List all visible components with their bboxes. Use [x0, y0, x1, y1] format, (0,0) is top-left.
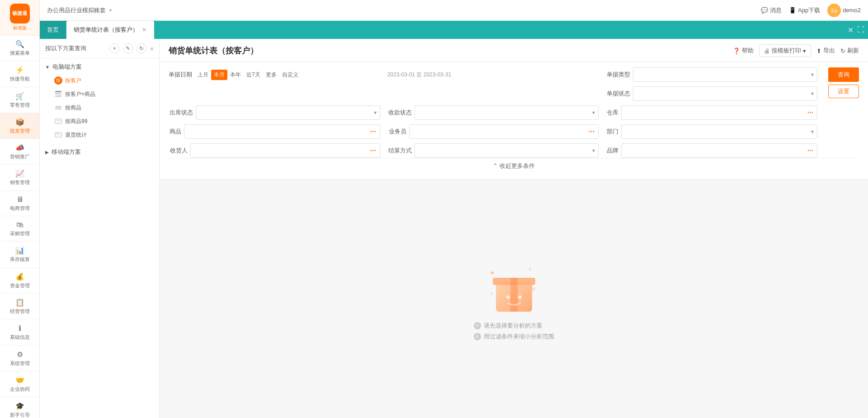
date-btn-7days[interactable]: 近7天 — [244, 70, 263, 80]
sidebar-item-search[interactable]: 🔍 搜索菜单 — [0, 35, 39, 61]
refresh-plan-btn[interactable]: ↻ — [137, 43, 146, 53]
out-status-select[interactable] — [196, 105, 380, 120]
sidebar-item-newbie[interactable]: 🎓 新手引导 — [0, 397, 39, 418]
svg-point-18 — [490, 292, 493, 295]
sidebar-item-inventory[interactable]: 📊 库存核算 — [0, 242, 39, 267]
hint-num-2: ② — [474, 333, 481, 340]
plan-return-stats[interactable]: 退货统计 — [51, 128, 159, 142]
voucher-status-select[interactable] — [633, 86, 817, 101]
empty-hints: ① 请先选择要分析的方案 ② 用过滤条件来缩小分析范围 — [474, 322, 554, 341]
mobile-section-header[interactable]: ▶ 移动端方案 — [40, 145, 159, 159]
plan-icon-4 — [54, 131, 62, 139]
staff-input[interactable]: ··· — [409, 124, 599, 139]
svg-text:✦: ✦ — [489, 269, 495, 277]
svg-rect-4 — [55, 107, 61, 108]
goods-label: 商品 — [169, 128, 181, 136]
page-header: 销货单统计表（按客户） ❓ 帮助 🖨 按模板打印 ▾ ⬆ 导出 — [160, 39, 868, 62]
help-icon: ❓ — [733, 48, 740, 54]
out-status-label: 出库状态 — [169, 109, 193, 117]
sidebar-item-operation[interactable]: 📋 经营管理 — [0, 294, 39, 319]
goods-dots-icon: ··· — [370, 128, 376, 136]
receive-status-select[interactable] — [415, 105, 599, 120]
export-btn[interactable]: ⬆ 导出 — [816, 47, 835, 55]
hint-text-1: 请先选择要分析的方案 — [484, 322, 542, 330]
tab-sales-report[interactable]: 销货单统计表（按客户） ✕ — [66, 21, 154, 39]
system-icon: ⚙ — [17, 350, 23, 359]
goods-input[interactable]: ··· — [184, 124, 380, 139]
message-label: 消息 — [770, 6, 782, 14]
plan-by-customer[interactable]: 按 按客户 — [51, 74, 159, 87]
sidebar-item-wholesale[interactable]: 📦 批发管理 — [0, 113, 39, 139]
dept-label: 部门 — [606, 128, 618, 136]
refresh-icon: ↻ — [139, 45, 144, 52]
date-filter-group: 上月 本月 本年 近7天 更多 自定义 — [195, 70, 380, 80]
sidebar-item-sales[interactable]: 📈 销售管理 — [0, 165, 39, 190]
account-dropdown-icon[interactable]: ▾ — [109, 8, 112, 13]
sidebar-item-label: 快捷导航 — [10, 76, 30, 82]
topbar: 办公用品行业模拟账套 ▾ 💬 消息 📱 App下载 Ea demo2 — [40, 0, 868, 21]
svg-rect-1 — [55, 93, 61, 95]
date-btn-this-month[interactable]: 本月 — [211, 70, 227, 80]
date-btn-more[interactable]: 更多 — [263, 70, 279, 80]
sidebar-item-quicknav[interactable]: ⚡ 快捷导航 — [0, 61, 39, 87]
settings-button[interactable]: 设置 — [828, 85, 859, 98]
warehouse-input[interactable]: ··· — [621, 105, 817, 120]
tab-home-label: 首页 — [47, 26, 59, 34]
sidebar-item-baseinfo[interactable]: ℹ 基础信息 — [0, 319, 39, 345]
sidebar-item-system[interactable]: ⚙ 系统管理 — [0, 346, 39, 371]
svg-rect-14 — [510, 278, 518, 312]
voucher-type-select-wrap: ▾ — [633, 67, 817, 82]
plan-by-customer-goods[interactable]: 按客户+商品 — [51, 87, 159, 101]
recipient-input[interactable]: ··· — [190, 143, 380, 158]
template-print-btn[interactable]: 🖨 按模板打印 ▾ — [759, 44, 811, 57]
print-icon: 🖨 — [764, 48, 770, 54]
pc-section-header[interactable]: ▼ 电脑端方案 — [40, 60, 159, 74]
sidebar-item-label: 基础信息 — [10, 334, 30, 340]
svg-rect-3 — [55, 106, 61, 107]
tab-home[interactable]: 首页 — [40, 21, 66, 39]
collapse-more-btn[interactable]: ⌃ 收起更多条件 — [169, 158, 859, 174]
plan-by-goods-99[interactable]: 按商品99 — [51, 114, 159, 128]
date-btn-custom[interactable]: 自定义 — [279, 70, 301, 80]
tab-maximize-area: ✕ ⛶ — [848, 26, 864, 34]
purchase-icon: 🛍 — [16, 221, 24, 229]
page-title: 销货单统计表（按客户） — [169, 45, 258, 56]
refresh-btn[interactable]: ↻ 刷新 — [840, 47, 859, 55]
add-icon: + — [113, 45, 116, 52]
brand-input[interactable]: ··· — [621, 143, 817, 158]
collapse-panel-btn[interactable]: « — [150, 45, 154, 52]
settle-label: 结算方式 — [387, 147, 412, 155]
plan-by-goods[interactable]: 按商品 — [51, 101, 159, 114]
voucher-type-select[interactable] — [633, 67, 817, 82]
sidebar-item-ecommerce[interactable]: 🖥 电商管理 — [0, 191, 39, 216]
sidebar-item-retail[interactable]: 🛒 零售管理 — [0, 87, 39, 113]
date-btn-last-month[interactable]: 上月 — [195, 70, 211, 80]
edit-plan-btn[interactable]: ✎ — [123, 43, 133, 53]
add-plan-btn[interactable]: + — [109, 43, 119, 53]
settle-select[interactable] — [415, 143, 599, 158]
operation-icon: 📋 — [15, 298, 24, 307]
out-status-cell: 出库状态 ▾ — [169, 105, 380, 120]
svg-rect-0 — [55, 91, 61, 92]
tab-close-icon[interactable]: ✕ — [142, 27, 146, 33]
staff-dots-icon: ··· — [589, 128, 594, 136]
dept-select[interactable] — [621, 124, 817, 139]
date-btn-this-year[interactable]: 本年 — [227, 70, 244, 80]
svg-point-19 — [506, 295, 510, 299]
content-area: 按以下方案查询 + ✎ ↻ « ▼ 电 — [40, 39, 868, 418]
user-profile-btn[interactable]: Ea demo2 — [827, 4, 861, 17]
close-window-icon[interactable]: ✕ — [848, 26, 854, 34]
maximize-icon[interactable]: ⛶ — [857, 26, 864, 34]
sidebar-item-collab[interactable]: 🤝 企业协同 — [0, 371, 39, 397]
receive-status-label: 收款状态 — [387, 109, 412, 117]
sidebar-item-marketing[interactable]: 📣 营销推广 — [0, 139, 39, 165]
plan-icon-3 — [54, 117, 62, 125]
sales-icon: 📈 — [15, 169, 24, 178]
message-btn[interactable]: 💬 消息 — [761, 6, 782, 14]
warehouse-cell: 仓库 ··· — [606, 105, 817, 120]
app-download-btn[interactable]: 📱 App下载 — [789, 6, 820, 14]
sidebar-item-purchase[interactable]: 🛍 采购管理 — [0, 216, 39, 242]
sidebar-item-finance[interactable]: 💰 资金管理 — [0, 268, 39, 294]
help-btn[interactable]: ❓ 帮助 — [733, 47, 754, 55]
query-button[interactable]: 查询 — [828, 67, 859, 82]
